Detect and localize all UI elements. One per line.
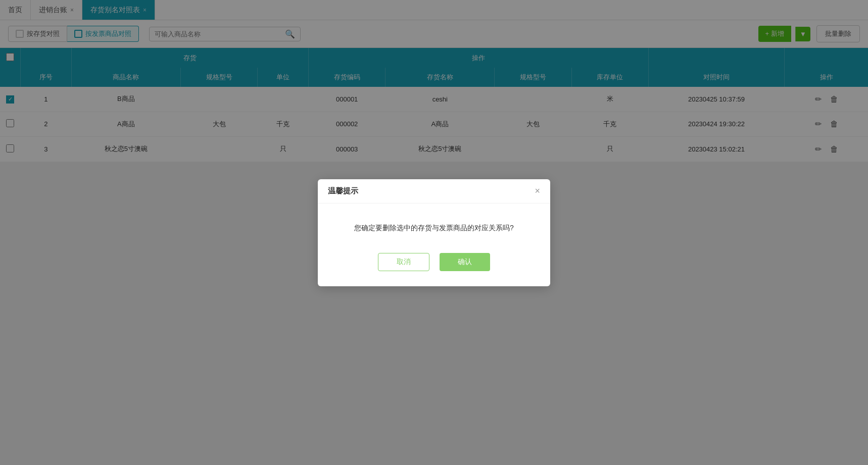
overlay: 温馨提示 × 您确定要删除选中的存货与发票商品的对应关系吗? 取消 确认 — [0, 0, 868, 162]
